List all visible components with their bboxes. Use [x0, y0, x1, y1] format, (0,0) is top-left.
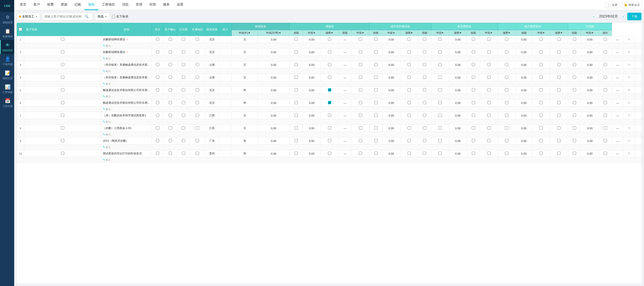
- paid-checkbox[interactable]: [196, 88, 199, 92]
- local-pay2-checkbox[interactable]: [573, 152, 576, 155]
- nav-messages[interactable]: 消息: [119, 0, 132, 10]
- confirm-checkbox[interactable]: [182, 50, 185, 53]
- edu-pay-checkbox[interactable]: [472, 101, 475, 104]
- stamp-declare-checkbox[interactable]: [604, 63, 607, 66]
- stamp-declare-checkbox[interactable]: [604, 152, 607, 155]
- city-amount2-checkbox[interactable]: [438, 139, 442, 142]
- edu-amount-checkbox[interactable]: [487, 114, 491, 117]
- stamp-declare-checkbox[interactable]: [604, 101, 607, 104]
- local-pay2-checkbox[interactable]: [573, 114, 576, 117]
- paid-checkbox[interactable]: [196, 38, 199, 41]
- city-declare-checkbox[interactable]: [407, 88, 411, 92]
- row-checkbox[interactable]: [61, 101, 64, 104]
- row-checkbox[interactable]: [61, 63, 64, 66]
- edu-amount-checkbox[interactable]: [487, 76, 491, 79]
- paid-checkbox[interactable]: [196, 76, 199, 79]
- local-declare-checkbox[interactable]: [557, 88, 561, 92]
- vat-amount2-checkbox[interactable]: [359, 139, 362, 142]
- vat-declare2-checkbox[interactable]: [374, 139, 378, 142]
- city-declare-checkbox[interactable]: [407, 114, 411, 117]
- nav-management[interactable]: 管理: [132, 0, 146, 10]
- edit-icon[interactable]: ✎: [628, 88, 631, 92]
- edit-icon[interactable]: ✎: [628, 38, 631, 41]
- paid-checkbox[interactable]: [196, 126, 199, 130]
- select-all-checkbox[interactable]: [19, 28, 22, 31]
- edu-pay-checkbox[interactable]: [472, 63, 475, 66]
- vat-declare-checkbox[interactable]: [328, 50, 331, 53]
- confirm-checkbox[interactable]: [182, 38, 185, 41]
- city-amount2-checkbox[interactable]: [438, 101, 442, 104]
- local-amount-checkbox[interactable]: [539, 152, 543, 155]
- city-declare-checkbox[interactable]: [407, 76, 411, 79]
- vat-declare2-checkbox[interactable]: [374, 38, 378, 41]
- nav-billing[interactable]: 收费: [44, 0, 57, 10]
- vat-declare-checkbox[interactable]: [328, 76, 331, 79]
- city-amount2-checkbox[interactable]: [438, 152, 442, 155]
- local-declare-checkbox[interactable]: [557, 101, 561, 104]
- sidebar-item-batch-tax[interactable]: 📋 批量报税: [0, 26, 14, 40]
- nav-biz-projects[interactable]: 工商项目: [98, 0, 119, 10]
- edit-icon[interactable]: ✎: [628, 152, 631, 155]
- vat-amount2-checkbox[interactable]: [359, 114, 362, 117]
- stamp-declare-checkbox[interactable]: [604, 50, 607, 53]
- vat-declare-checkbox[interactable]: [328, 126, 331, 130]
- sidebar-item-tax-view[interactable]: 👁 报税浏览: [0, 40, 14, 54]
- vat-amount2-checkbox[interactable]: [359, 101, 362, 104]
- sidebar-item-tax-records[interactable]: 📝 报税记录: [0, 68, 14, 82]
- edu-declare2-checkbox[interactable]: [505, 126, 508, 130]
- edu-amount-checkbox[interactable]: [487, 152, 491, 155]
- local-amount-checkbox[interactable]: [539, 101, 543, 104]
- financial-month-checkbox[interactable]: [295, 152, 298, 155]
- local-pay2-checkbox[interactable]: [573, 38, 576, 41]
- edu-declare2-checkbox[interactable]: [505, 114, 508, 117]
- row-checkbox[interactable]: [61, 88, 64, 92]
- confirm-checkbox[interactable]: [182, 88, 185, 92]
- financial-month-checkbox[interactable]: [295, 76, 298, 79]
- edit-icon[interactable]: ✎: [628, 114, 631, 117]
- stamp-declare-checkbox[interactable]: [604, 139, 607, 142]
- city-pay-checkbox[interactable]: [423, 126, 426, 130]
- edu-declare2-checkbox[interactable]: [505, 76, 508, 79]
- edu-pay-checkbox[interactable]: [472, 152, 475, 155]
- local-pay2-checkbox[interactable]: [573, 88, 576, 92]
- edu-pay-checkbox[interactable]: [472, 76, 475, 79]
- copy-tax-checkbox[interactable]: [156, 63, 159, 66]
- download-button[interactable]: 下载: [627, 13, 641, 20]
- stamp-declare-checkbox[interactable]: [604, 114, 607, 117]
- city-amount2-checkbox[interactable]: [438, 38, 442, 41]
- clear-card-checkbox[interactable]: [169, 101, 172, 104]
- vat-declare-checkbox[interactable]: [328, 63, 331, 66]
- local-pay2-checkbox[interactable]: [573, 50, 576, 53]
- edit-icon[interactable]: ✎: [628, 76, 631, 79]
- vat-declare-checkbox[interactable]: [328, 114, 331, 117]
- paid-checkbox[interactable]: [196, 152, 199, 155]
- local-declare-checkbox[interactable]: [557, 38, 561, 41]
- financial-month-checkbox[interactable]: [295, 126, 298, 130]
- city-pay-checkbox[interactable]: [423, 63, 426, 66]
- next-month-button[interactable]: ›: [621, 14, 625, 19]
- local-amount-checkbox[interactable]: [539, 76, 543, 79]
- nav-client[interactable]: 客户: [30, 0, 44, 10]
- city-pay-checkbox[interactable]: [423, 38, 426, 41]
- member-button[interactable]: 👑 稻客会员: [622, 2, 642, 8]
- local-declare-checkbox[interactable]: [557, 152, 561, 155]
- sidebar-item-tax-settings[interactable]: ⚙ 报税设置: [0, 12, 14, 26]
- edit-icon[interactable]: ✎: [628, 50, 631, 54]
- local-declare-checkbox[interactable]: [557, 139, 561, 142]
- financial-month-checkbox[interactable]: [295, 101, 298, 104]
- edu-pay-checkbox[interactable]: [472, 139, 475, 142]
- city-amount2-checkbox[interactable]: [438, 114, 442, 117]
- name-tag-checkbox[interactable]: [112, 15, 115, 18]
- edit-icon[interactable]: ✎: [628, 126, 631, 130]
- stamp-declare-checkbox[interactable]: [604, 126, 607, 130]
- local-declare-checkbox[interactable]: [557, 76, 561, 79]
- nav-home[interactable]: 首页: [16, 0, 30, 10]
- row-checkbox[interactable]: [61, 152, 64, 155]
- local-amount-checkbox[interactable]: [539, 126, 543, 130]
- local-declare-checkbox[interactable]: [557, 114, 561, 117]
- edu-amount-checkbox[interactable]: [487, 38, 491, 41]
- financial-month-checkbox[interactable]: [295, 50, 298, 53]
- city-pay-checkbox[interactable]: [423, 88, 426, 92]
- row-checkbox[interactable]: [61, 50, 64, 53]
- city-pay-checkbox[interactable]: [423, 114, 426, 117]
